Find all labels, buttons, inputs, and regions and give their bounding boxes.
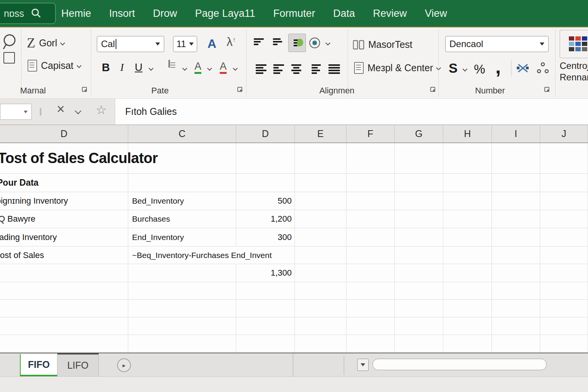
cell[interactable] <box>236 174 295 192</box>
cell[interactable] <box>395 317 443 335</box>
cell[interactable] <box>443 335 492 353</box>
cell[interactable] <box>346 282 395 299</box>
cell[interactable] <box>540 264 588 282</box>
column-header-6[interactable]: H <box>443 125 492 142</box>
tab-home[interactable]: Hemie <box>61 8 91 20</box>
cell[interactable] <box>395 174 443 192</box>
chevron-down-icon[interactable] <box>233 66 238 71</box>
cell[interactable] <box>236 335 295 353</box>
cell[interactable] <box>395 300 443 317</box>
cell[interactable] <box>346 247 395 264</box>
cell[interactable] <box>540 143 588 173</box>
cell[interactable] <box>346 210 395 228</box>
cell[interactable]: Bed_Inventory <box>128 192 236 210</box>
cell[interactable] <box>540 210 588 228</box>
cell[interactable] <box>0 264 128 282</box>
cell[interactable] <box>492 264 540 282</box>
fill-color-button[interactable]: A <box>194 61 201 74</box>
number-format-select[interactable]: Dencaol <box>445 36 549 52</box>
cell[interactable] <box>540 247 588 264</box>
cell[interactable]: oignɪning Inventory <box>0 192 128 210</box>
column-header-5[interactable]: G <box>395 125 443 142</box>
cell[interactable] <box>0 300 128 317</box>
cell[interactable] <box>492 174 540 192</box>
sheet-nav-button[interactable]: ▸ <box>117 358 131 372</box>
cell[interactable] <box>395 335 443 353</box>
cell[interactable] <box>346 143 395 173</box>
cell[interactable] <box>395 264 443 282</box>
formula-input[interactable]: Fıtoh Galies <box>115 99 588 124</box>
cell[interactable] <box>295 174 346 192</box>
cell[interactable]: ~Beq_Inventory-Furchases End_Invent <box>128 247 295 264</box>
percent-button[interactable]: % <box>474 62 485 77</box>
cell[interactable] <box>346 300 395 317</box>
cell[interactable] <box>540 192 588 210</box>
column-header-1[interactable]: C <box>128 125 236 142</box>
cancel-button[interactable]: × <box>57 101 65 117</box>
cell[interactable] <box>443 282 492 299</box>
cell[interactable]: 500 <box>236 192 295 210</box>
currency-button[interactable]: S <box>449 60 457 76</box>
cell[interactable] <box>236 317 295 335</box>
chevron-down-icon[interactable] <box>182 66 187 71</box>
cell[interactable] <box>295 228 346 246</box>
sheet-tab-lifo[interactable]: LIFO <box>57 353 99 376</box>
cell[interactable]: ost of Sales <box>0 247 128 264</box>
cell[interactable] <box>492 210 540 228</box>
select-tool-icon[interactable] <box>3 52 15 64</box>
chevron-down-icon[interactable] <box>207 66 212 71</box>
horizontal-scrollbar[interactable] <box>372 359 547 370</box>
paste-button[interactable]: Capisat <box>28 60 81 72</box>
chevron-down-icon[interactable] <box>462 67 467 72</box>
cell[interactable] <box>443 264 492 282</box>
font-size-select[interactable]: 11 <box>173 36 197 52</box>
cell[interactable] <box>128 282 236 299</box>
cell[interactable] <box>295 247 346 264</box>
cell[interactable] <box>346 264 395 282</box>
conditional-formatting-button[interactable] <box>560 30 588 58</box>
scroll-options-button[interactable] <box>357 359 369 371</box>
name-box[interactable] <box>0 104 32 120</box>
search-box[interactable]: nɒss <box>0 3 56 24</box>
tab-data[interactable]: Data <box>333 8 355 20</box>
cell[interactable] <box>540 282 588 299</box>
cell[interactable] <box>492 300 540 317</box>
indent-icon[interactable] <box>312 64 321 74</box>
column-header-2[interactable]: D <box>236 125 295 142</box>
cell[interactable] <box>128 335 236 353</box>
font-name-select[interactable]: Cal <box>97 36 164 52</box>
align-top-icon[interactable] <box>254 38 264 45</box>
cell[interactable] <box>443 228 492 246</box>
cell[interactable] <box>295 335 346 353</box>
cell[interactable] <box>128 174 236 192</box>
align-left2-icon[interactable] <box>273 64 284 74</box>
clear-sort-icon[interactable]: λ↑ <box>227 35 236 49</box>
decrease-decimal-icon[interactable] <box>536 61 550 75</box>
cell[interactable] <box>492 143 540 173</box>
insert-function-button[interactable]: ☆ <box>96 103 107 117</box>
underline-button[interactable]: U <box>135 61 142 74</box>
clipboard-dialog-launcher[interactable] <box>82 87 87 92</box>
cell[interactable] <box>492 335 540 353</box>
cell[interactable] <box>540 228 588 246</box>
cell[interactable] <box>346 228 395 246</box>
justify-icon[interactable] <box>328 64 340 74</box>
column-header-8[interactable]: J <box>540 125 588 142</box>
cell[interactable] <box>443 192 492 210</box>
number-dialog-launcher[interactable] <box>544 87 549 92</box>
orientation-icon[interactable] <box>309 38 320 48</box>
cell[interactable] <box>540 174 588 192</box>
font-dialog-launcher[interactable] <box>237 87 242 92</box>
cell[interactable] <box>295 264 346 282</box>
cell[interactable] <box>0 317 128 335</box>
cell[interactable] <box>395 210 443 228</box>
cell[interactable] <box>443 210 492 228</box>
column-header-0[interactable]: D <box>0 125 128 142</box>
cell[interactable] <box>128 317 236 335</box>
comma-button[interactable]: , <box>495 55 501 78</box>
cell[interactable] <box>443 247 492 264</box>
cell[interactable] <box>346 192 395 210</box>
cell[interactable] <box>395 228 443 246</box>
cell[interactable] <box>395 247 443 264</box>
cell[interactable] <box>295 317 346 335</box>
